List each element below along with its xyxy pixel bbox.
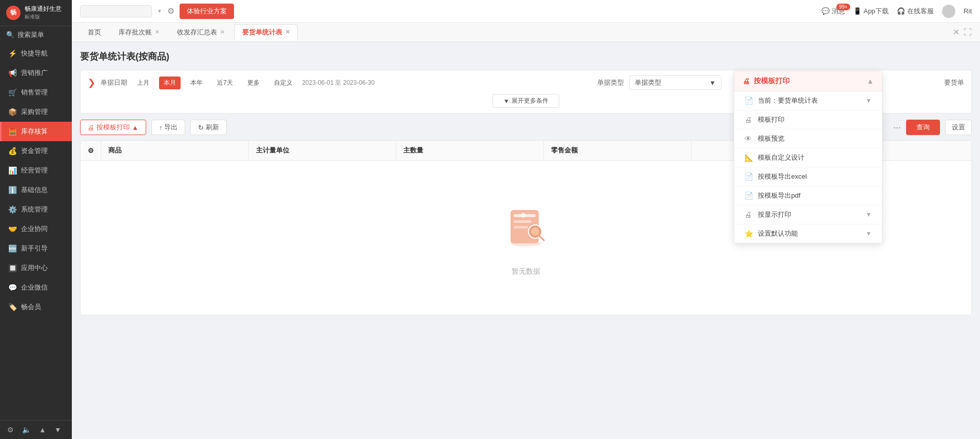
user-avatar[interactable] [942, 5, 955, 18]
sidebar-item-purchase[interactable]: 📦 采购管理 [0, 102, 72, 122]
user-name[interactable]: Rit [964, 7, 972, 15]
date-filter-label: 单据日期 [101, 78, 127, 87]
sidebar-label-inventory: 库存核算 [21, 127, 48, 136]
more-btn[interactable]: ··· [893, 122, 901, 133]
sidebar-item-weixin[interactable]: 💬 企业微信 [0, 278, 72, 297]
svg-rect-4 [514, 226, 528, 228]
main-area: ▼ ⚙ 体验行业方案 💬 消息 99+ 📱 App下载 🎧 在线客服 Rit 首… [72, 0, 980, 439]
tab-inventory-batch-label: 库存批次账 [119, 28, 152, 37]
messages-icon: 💬 [821, 7, 830, 15]
dropdown-close-btn[interactable]: ▲ [867, 77, 874, 85]
logo: 畅 畅康通好生意 标准版 [0, 0, 72, 26]
dropdown-display-print[interactable]: 🖨 按显示打印 ▼ [734, 205, 882, 224]
tab-inventory-batch[interactable]: 库存批次账 ✕ [111, 24, 167, 41]
tab-order-stats-close[interactable]: ✕ [285, 29, 290, 35]
tab-maximize-btn[interactable]: ⛶ [964, 28, 972, 37]
search-menu-item[interactable]: 🔍 搜索菜单 [0, 26, 72, 44]
dropdown-template-excel[interactable]: 📄 按模板导出excel [734, 167, 882, 186]
mute-footer-btn[interactable]: 🔈 [21, 425, 32, 435]
svg-line-7 [540, 236, 544, 240]
tabs-bar: 首页 库存批次账 ✕ 收发存汇总表 ✕ 要货单统计表 ✕ ✕ ⛶ [72, 23, 980, 42]
dropdown-default-func[interactable]: ⭐ 设置默认功能 ▼ [734, 224, 882, 243]
export-btn[interactable]: ↑ 导出 [151, 120, 186, 135]
sidebar-icon-collab: 🤝 [8, 225, 17, 233]
sidebar-label-operations: 经营管理 [21, 166, 48, 175]
dropdown-print-icon: 🖨 [742, 77, 750, 85]
trial-btn[interactable]: 体验行业方案 [180, 4, 234, 19]
settings-btn[interactable]: 设置 [945, 120, 972, 135]
sidebar-icon-marketing: 📢 [8, 69, 17, 77]
page-title: 要货单统计表(按商品) [80, 50, 972, 63]
topbar: ▼ ⚙ 体验行业方案 💬 消息 99+ 📱 App下载 🎧 在线客服 Rit [72, 0, 980, 23]
tab-inventory-batch-close[interactable]: ✕ [155, 29, 160, 35]
sidebar-icon-apps: 🔲 [8, 264, 17, 272]
dropdown-template-pdf[interactable]: 📄 按模板导出pdf [734, 186, 882, 205]
tab-close-window-btn[interactable]: ✕ [953, 27, 959, 37]
scroll-down-btn[interactable]: ▼ [53, 425, 63, 435]
sidebar-item-inventory[interactable]: 🧮 库存核算 [0, 122, 72, 141]
last-7-btn[interactable]: 近7天 [212, 77, 238, 89]
logo-icon: 畅 [6, 6, 21, 20]
th-quantity: 主数量 [396, 141, 544, 160]
topbar-gear-icon[interactable]: ⚙ [167, 6, 174, 16]
sidebar-item-quick-nav[interactable]: ⚡ 快捷导航 [0, 44, 72, 63]
tab-receipt-summary[interactable]: 收发存汇总表 ✕ [169, 24, 232, 41]
sidebar-item-collab[interactable]: 🤝 企业协同 [0, 219, 72, 239]
app-tag: 标准版 [25, 13, 62, 21]
this-month-btn[interactable]: 本月 [159, 77, 181, 89]
more-date-btn[interactable]: 更多 [243, 77, 264, 89]
dropdown-current-item[interactable]: 📄 当前：要货单统计表 ▼ [734, 91, 882, 110]
tab-order-stats[interactable]: 要货单统计表 ✕ [234, 24, 298, 41]
query-btn[interactable]: 查询 [906, 120, 940, 135]
dropdown-template-design[interactable]: 📐 模板自定义设计 [734, 148, 882, 167]
scroll-up-btn[interactable]: ▲ [38, 425, 47, 435]
empty-text: 暂无数据 [512, 267, 540, 276]
last-month-btn[interactable]: 上月 [132, 77, 154, 89]
tab-receipt-summary-close[interactable]: ✕ [220, 29, 225, 35]
template-pdf-icon: 📄 [744, 192, 753, 200]
th-product: 商品 [101, 141, 249, 160]
tab-receipt-summary-label: 收发存汇总表 [177, 28, 217, 37]
messages-btn[interactable]: 💬 消息 99+ [821, 7, 845, 16]
sidebar-item-system[interactable]: ⚙️ 系统管理 [0, 200, 72, 219]
type-dropdown[interactable]: 单据类型 ▼ [629, 75, 721, 90]
content-area: 要货单统计表(按商品) ❯ 单据日期 上月 本月 本年 近7天 更多 自定义 2… [72, 42, 980, 439]
dropdown-template-preview[interactable]: 👁 模板预览 [734, 129, 882, 148]
template-excel-label: 按模板导出excel [758, 172, 807, 181]
sidebar-item-apps[interactable]: 🔲 应用中心 [0, 258, 72, 278]
refresh-btn[interactable]: ↻ 刷新 [190, 120, 227, 135]
print-btn[interactable]: 🖨 按模板打印 ▲ [80, 120, 146, 135]
topbar-right: 💬 消息 99+ 📱 App下载 🎧 在线客服 Rit [821, 5, 972, 18]
th-unit: 主计量单位 [249, 141, 397, 160]
dropdown-template-print[interactable]: 🖨 模板打印 [734, 110, 882, 129]
dropdown-header-left: 🖨 按模板打印 [742, 77, 790, 86]
export-icon: ↑ [159, 124, 163, 131]
goods-filter-label: 要货单 [944, 78, 964, 87]
sidebar-item-operations[interactable]: 📊 经营管理 [0, 161, 72, 180]
sidebar-icon-inventory: 🧮 [8, 127, 17, 136]
print-label: 按模板打印 [96, 123, 130, 132]
expand-more-btn[interactable]: ▼ 展开更多条件 [493, 94, 559, 108]
sidebar-item-marketing[interactable]: 📢 营销推广 [0, 63, 72, 83]
topbar-dropdown-icon: ▼ [157, 8, 162, 14]
online-service-btn[interactable]: 🎧 在线客服 [897, 7, 934, 16]
sidebar-item-member[interactable]: 🏷️ 畅会员 [0, 297, 72, 317]
custom-date-btn[interactable]: 自定义 [269, 77, 297, 89]
this-year-btn[interactable]: 本年 [186, 77, 207, 89]
th-gear[interactable]: ⚙ [81, 141, 101, 160]
sidebar-label-quick-nav: 快捷导航 [21, 49, 48, 58]
sidebar-label-finance: 资金管理 [21, 146, 48, 156]
topbar-search-input[interactable] [80, 5, 152, 17]
svg-rect-3 [514, 220, 532, 223]
app-download-btn[interactable]: 📱 App下载 [853, 7, 889, 16]
sidebar-item-guide[interactable]: 🆕 新手引导 [0, 239, 72, 258]
tab-home[interactable]: 首页 [80, 24, 109, 41]
refresh-label: 刷新 [206, 123, 219, 132]
sidebar-label-sales: 销售管理 [21, 88, 48, 97]
type-filter-label: 单据类型 [597, 78, 624, 87]
settings-footer-btn[interactable]: ⚙ [6, 425, 15, 435]
filter-expand-icon[interactable]: ❯ [88, 77, 95, 88]
sidebar-item-sales[interactable]: 🛒 销售管理 [0, 83, 72, 102]
sidebar-item-finance[interactable]: 💰 资金管理 [0, 141, 72, 161]
sidebar-item-basic[interactable]: ℹ️ 基础信息 [0, 180, 72, 200]
